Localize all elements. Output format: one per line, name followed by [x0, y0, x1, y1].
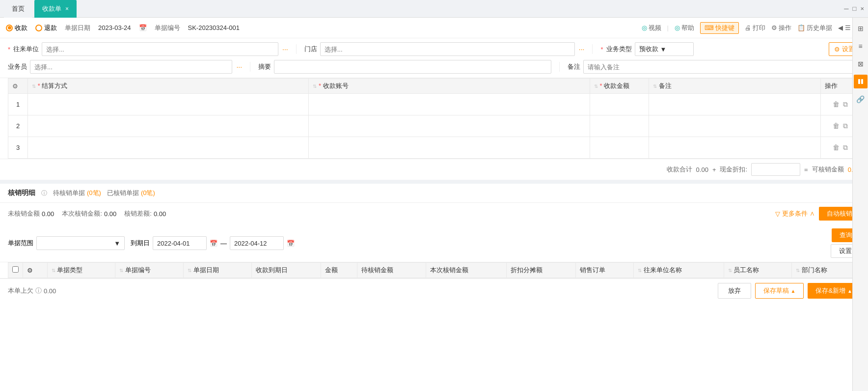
- select-all-checkbox[interactable]: [12, 266, 19, 273]
- tab-home[interactable]: 首页: [4, 0, 32, 18]
- main-area: 收款 退款 单据日期 2023-03-24 📅 单据编号 SK-20230324…: [0, 18, 868, 391]
- side-btn-3[interactable]: ⊠: [854, 57, 868, 71]
- range-select[interactable]: ▼: [36, 236, 125, 250]
- row-3-remarks[interactable]: [649, 137, 820, 159]
- verification-info-icon[interactable]: ⓘ: [41, 189, 47, 197]
- filter-icon: ▽: [775, 210, 780, 218]
- copy-icon-1[interactable]: ⧉: [843, 100, 848, 108]
- row-3-amount[interactable]: [590, 137, 649, 159]
- form-row-1: * 往来单位 ··· 门店 ··· * 业务类型 预收款 ▼ ⚙: [8, 42, 860, 56]
- th-gear: ⚙: [8, 79, 28, 94]
- summary-input[interactable]: [274, 60, 551, 74]
- verification-table-wrap: ⚙ ⇅ 单据类型 ⇅ 单据编号 ⇅ 单据日期: [0, 262, 868, 278]
- radio-receive[interactable]: 收款: [6, 24, 27, 32]
- print-btn[interactable]: 🖨 打印: [745, 24, 765, 32]
- verification-toolbar: 单据范围 ▼ 到期日 📅 — 📅 查询 设置: [0, 224, 868, 262]
- help-btn[interactable]: ◎ 帮助: [675, 24, 694, 32]
- save-new-arrow-icon: ▲: [847, 288, 852, 294]
- diff-label: 核销差额:: [124, 209, 152, 218]
- row-3-settlement[interactable]: [28, 137, 309, 159]
- table-gear-icon[interactable]: ⚙: [12, 83, 18, 90]
- staff-more-icon[interactable]: ···: [236, 63, 242, 71]
- shortcut-btn[interactable]: ⌨ 快捷键: [700, 22, 739, 34]
- th-amount: ⇅ * 收款金额: [590, 79, 649, 94]
- row-1-settlement[interactable]: [28, 94, 309, 115]
- row-1-account[interactable]: [309, 94, 590, 115]
- more-filter-btn[interactable]: ▽ 更多条件 ∧: [775, 209, 815, 218]
- video-icon: ◎: [642, 24, 647, 31]
- date-label: 单据日期: [65, 24, 90, 32]
- history-label: 历史单据: [807, 24, 832, 32]
- radio-refund[interactable]: 退款: [35, 24, 57, 32]
- partner-label: 往来单位: [13, 45, 39, 54]
- operation-btn[interactable]: ⚙ 操作: [771, 24, 791, 32]
- type-required: *: [600, 46, 603, 53]
- side-btn-2[interactable]: ≡: [854, 39, 868, 53]
- partner-more-icon[interactable]: ···: [282, 45, 288, 53]
- pending-label: 待核销单据: [53, 189, 85, 197]
- delete-icon-1[interactable]: 🗑: [833, 100, 840, 108]
- video-btn[interactable]: ◎ 视频: [642, 24, 661, 32]
- date-range-separator: —: [220, 240, 227, 247]
- window-close-icon[interactable]: ×: [860, 5, 864, 12]
- type-select[interactable]: 预收款 ▼: [635, 42, 694, 56]
- left-arrow-icon[interactable]: ◀: [838, 24, 843, 31]
- save-draft-button[interactable]: 保存草稿 ▲: [755, 283, 804, 299]
- row-2-account[interactable]: [309, 115, 590, 137]
- window-min-icon[interactable]: ─: [844, 5, 848, 12]
- range-label: 单据范围: [8, 239, 33, 248]
- list-icon[interactable]: ☰: [845, 24, 851, 31]
- delete-icon-2[interactable]: 🗑: [833, 122, 840, 130]
- history-btn[interactable]: 📋 历史单据: [797, 24, 832, 32]
- row-1-remarks[interactable]: [649, 94, 820, 115]
- ver-gear-icon[interactable]: ⚙: [27, 267, 33, 274]
- done-tab[interactable]: 已核销单据 (0笔): [107, 189, 155, 197]
- calendar-icon[interactable]: 📅: [139, 24, 147, 31]
- radio-refund-label: 退款: [44, 24, 57, 32]
- tab-close-icon[interactable]: ×: [65, 5, 69, 12]
- th-ver-gear: ⚙: [23, 263, 48, 278]
- copy-icon-3[interactable]: ⧉: [843, 143, 848, 151]
- bottom-info-icon[interactable]: ⓘ: [35, 286, 42, 295]
- verification-header: 核销明细 ⓘ 待核销单据 (0笔) 已核销单据 (0笔): [0, 184, 868, 203]
- th-settlement: ⇅ * 结算方式: [28, 79, 309, 94]
- shop-more-icon[interactable]: ···: [579, 45, 585, 53]
- verification-stats: 未核销金额 0.00 本次核销金额: 0.00 核销差额: 0.00 ▽ 更多条…: [0, 203, 868, 224]
- side-btn-4[interactable]: [854, 75, 868, 88]
- th-current-amount: 本次核销金额: [426, 263, 506, 278]
- divider-3: [250, 62, 250, 72]
- tab-bar: 首页 收款单 × ─ □ ×: [0, 0, 868, 18]
- shop-input[interactable]: [320, 42, 575, 56]
- row-2-settlement[interactable]: [28, 115, 309, 137]
- unchecked-stat: 未核销金额 0.00: [8, 209, 54, 218]
- window-max-icon[interactable]: □: [853, 5, 857, 12]
- tab-active[interactable]: 收款单 ×: [34, 0, 77, 18]
- staff-field: 业务员 ···: [8, 60, 242, 74]
- side-btn-5[interactable]: 🔗: [854, 92, 868, 106]
- date-to-calendar-icon[interactable]: 📅: [287, 240, 295, 247]
- row-2-amount[interactable]: [590, 115, 649, 137]
- date-from-input[interactable]: [153, 236, 207, 250]
- row-2-remarks[interactable]: [649, 115, 820, 137]
- discount-input[interactable]: [751, 163, 800, 176]
- th-sales-order: 销售订单: [575, 263, 634, 278]
- abandon-button[interactable]: 放弃: [718, 283, 751, 299]
- th-discount-alloc: 折扣分摊额: [506, 263, 575, 278]
- staff-input[interactable]: [30, 60, 232, 74]
- copy-icon-2[interactable]: ⧉: [843, 122, 848, 130]
- pending-tab[interactable]: 待核销单据 (0笔): [53, 189, 101, 197]
- delete-icon-3[interactable]: 🗑: [833, 143, 840, 151]
- row-3-account[interactable]: [309, 137, 590, 159]
- unchecked-label: 未核销金额: [8, 209, 40, 218]
- th-staff-name: ⇅ 员工名称: [724, 263, 792, 278]
- side-btn-1[interactable]: ⊞: [854, 22, 868, 35]
- date-from-calendar-icon[interactable]: 📅: [210, 240, 217, 247]
- receipt-type-group: 收款 退款: [6, 24, 57, 32]
- remarks-input[interactable]: [583, 60, 860, 74]
- partner-input[interactable]: [42, 42, 278, 56]
- date-to-input[interactable]: [230, 236, 284, 250]
- verification-table: ⚙ ⇅ 单据类型 ⇅ 单据编号 ⇅ 单据日期: [8, 262, 860, 278]
- row-1-amount[interactable]: [590, 94, 649, 115]
- row-num-3: 3: [8, 137, 28, 159]
- current-stat: 本次核销金额: 0.00: [62, 209, 116, 218]
